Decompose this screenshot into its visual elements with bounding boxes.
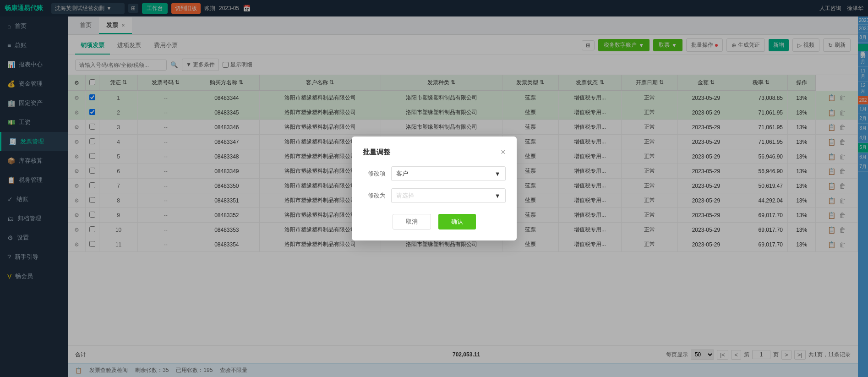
batch-adjust-modal: 批量调整 × 修改项 客户 ▼ 修改为 请选择 ▼ 取消 确认	[352, 137, 517, 240]
modal-title: 批量调整	[363, 148, 390, 157]
dropdown-chevron2-icon: ▼	[495, 192, 501, 199]
modify-field-select[interactable]: 客户 ▼	[391, 166, 506, 181]
modal-confirm-btn[interactable]: 确认	[438, 214, 476, 229]
dropdown-chevron-icon: ▼	[495, 170, 501, 177]
modal-field-row: 修改项 客户 ▼	[363, 166, 506, 181]
modify-value-label: 修改为	[363, 191, 386, 200]
modal-cancel-btn[interactable]: 取消	[393, 214, 431, 229]
modal-close-btn[interactable]: ×	[501, 148, 506, 157]
modal-value-row: 修改为 请选择 ▼	[363, 188, 506, 203]
modify-value-select[interactable]: 请选择 ▼	[391, 188, 506, 203]
modal-buttons: 取消 确认	[363, 214, 506, 229]
modify-value-placeholder: 请选择	[396, 191, 414, 200]
modify-field-label: 修改项	[363, 169, 386, 178]
modal-overlay: 批量调整 × 修改项 客户 ▼ 修改为 请选择 ▼ 取消 确认	[0, 0, 868, 377]
modal-header: 批量调整 ×	[363, 148, 506, 157]
